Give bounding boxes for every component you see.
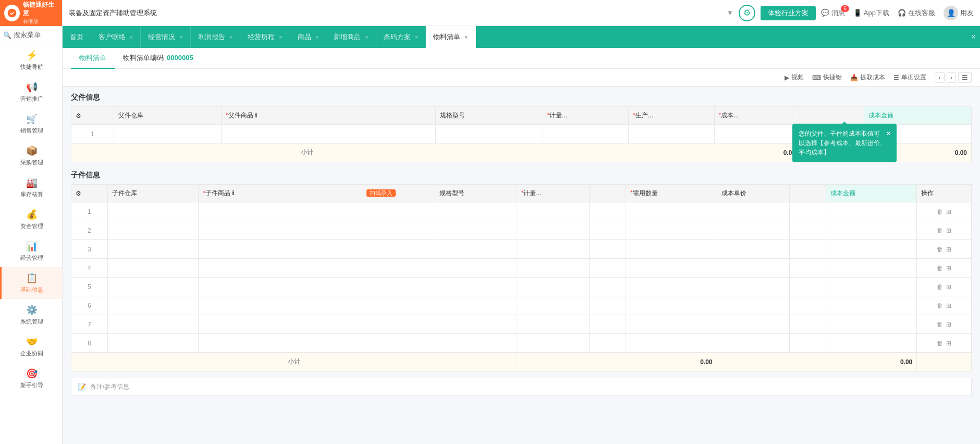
child-spec-cell[interactable] — [435, 278, 517, 296]
tooltip-close-button[interactable]: × — [887, 129, 890, 138]
child-unit-cost-cell[interactable] — [717, 315, 790, 334]
copy-icon[interactable]: ⊞ — [946, 302, 951, 309]
child-spec-cell[interactable] — [435, 315, 517, 334]
child-qty-cell[interactable] — [626, 334, 717, 353]
child-unit-cell[interactable] — [517, 202, 590, 221]
row-actions[interactable]: 🗑⊞ — [921, 227, 967, 234]
child-qty-cell[interactable] — [626, 240, 717, 259]
child-goods-cell[interactable] — [199, 202, 362, 221]
tab-operation[interactable]: 经营情况× — [141, 26, 190, 48]
child-unit-cost-cell[interactable] — [717, 202, 790, 221]
copy-icon[interactable]: ⊞ — [946, 265, 951, 272]
sidebar-item-quick-nav[interactable]: ⚡ 快捷导航 — [0, 44, 62, 76]
tab-close-icon[interactable]: × — [229, 34, 232, 40]
video-button[interactable]: ▶ 视频 — [785, 73, 804, 82]
child-unit-cell[interactable] — [517, 296, 590, 315]
tab-close-icon[interactable]: × — [179, 34, 182, 40]
parent-settings-col[interactable]: ⚙ — [71, 107, 114, 125]
row-actions[interactable]: 🗑⊞ — [921, 208, 967, 215]
child-warehouse-cell[interactable] — [107, 278, 198, 296]
row-actions[interactable]: 🗑⊞ — [921, 246, 967, 253]
child-goods-cell[interactable] — [199, 259, 362, 278]
row-actions[interactable]: 🗑⊞ — [921, 302, 967, 309]
sidebar-item-marketing[interactable]: 📢 营销推广 — [0, 76, 62, 108]
sub-tab-bom-code[interactable]: 物料清单编码 0000005 — [115, 48, 202, 69]
copy-icon[interactable]: ⊞ — [946, 227, 951, 234]
child-warehouse-cell[interactable] — [107, 221, 198, 240]
sidebar-item-finance[interactable]: 💰 资金管理 — [0, 203, 62, 235]
child-goods-cell[interactable] — [199, 221, 362, 240]
tab-close-icon[interactable]: × — [130, 34, 133, 40]
tab-close-icon[interactable]: × — [464, 34, 468, 40]
parent-spec-cell[interactable] — [436, 125, 543, 143]
row-actions[interactable]: 🗑⊞ — [921, 340, 967, 347]
child-spec-cell[interactable] — [435, 334, 517, 353]
child-qty-cell[interactable] — [626, 259, 717, 278]
tab-close-icon[interactable]: × — [365, 34, 368, 40]
message-button[interactable]: 💬 消息 6 — [821, 8, 845, 18]
child-unit-cost-cell[interactable] — [717, 334, 790, 353]
parent-goods-cell[interactable] — [221, 125, 435, 143]
child-unit-cell[interactable] — [517, 334, 590, 353]
tab-close-icon[interactable]: × — [415, 34, 418, 40]
delete-icon[interactable]: 🗑 — [937, 283, 943, 291]
child-spec-cell[interactable] — [435, 240, 517, 259]
child-qty-cell[interactable] — [626, 278, 717, 296]
search-menu[interactable]: 🔍 搜索菜单 — [0, 26, 62, 44]
copy-icon[interactable]: ⊞ — [946, 208, 951, 215]
extract-cost-button[interactable]: 📥 提取成本 — [850, 73, 885, 82]
copy-icon[interactable]: ⊞ — [946, 340, 951, 347]
delete-icon[interactable]: 🗑 — [937, 340, 943, 347]
child-spec-cell[interactable] — [435, 259, 517, 278]
tab-profit[interactable]: 利润报告× — [191, 26, 240, 48]
child-warehouse-cell[interactable] — [107, 296, 198, 315]
tab-close-icon[interactable]: × — [279, 34, 282, 40]
delete-icon[interactable]: 🗑 — [937, 208, 943, 215]
child-goods-cell[interactable] — [199, 240, 362, 259]
child-warehouse-cell[interactable] — [107, 202, 198, 221]
sidebar-item-operation[interactable]: 📊 经营管理 — [0, 235, 62, 267]
settings-button[interactable]: ⚙ — [739, 5, 755, 21]
child-warehouse-cell[interactable] — [107, 334, 198, 353]
child-spec-cell[interactable] — [435, 221, 517, 240]
delete-icon[interactable]: 🗑 — [937, 321, 943, 328]
tab-bom[interactable]: 物料清单× — [426, 26, 475, 48]
child-warehouse-cell[interactable] — [107, 259, 198, 278]
next-button[interactable]: › — [947, 72, 956, 83]
prev-button[interactable]: ‹ — [935, 72, 944, 83]
sidebar-item-enterprise[interactable]: 🤝 企业协同 — [0, 331, 62, 363]
child-unit-cell[interactable] — [517, 315, 590, 334]
sidebar-item-purchase[interactable]: 📦 采购管理 — [0, 140, 62, 172]
child-goods-cell[interactable] — [199, 296, 362, 315]
delete-icon[interactable]: 🗑 — [937, 227, 943, 234]
child-qty-cell[interactable] — [626, 315, 717, 334]
sidebar-item-basic-info[interactable]: 📋 基础信息 — [0, 267, 62, 299]
child-unit-cost-cell[interactable] — [717, 278, 790, 296]
sub-tab-bom-list[interactable]: 物料清单 — [71, 48, 115, 69]
scan-input-header[interactable]: 扫码录入 — [362, 185, 435, 202]
child-goods-cell[interactable] — [199, 278, 362, 296]
child-warehouse-cell[interactable] — [107, 240, 198, 259]
online-service-button[interactable]: 🎧 在线客服 — [898, 8, 935, 18]
user-menu[interactable]: 👤 用友 — [944, 6, 974, 20]
child-unit-cost-cell[interactable] — [717, 296, 790, 315]
child-unit-cost-cell[interactable] — [717, 221, 790, 240]
child-unit-cell[interactable] — [517, 278, 590, 296]
child-spec-cell[interactable] — [435, 202, 517, 221]
child-goods-cell[interactable] — [199, 315, 362, 334]
row-actions[interactable]: 🗑⊞ — [921, 321, 967, 328]
delete-icon[interactable]: 🗑 — [937, 302, 943, 309]
child-goods-cell[interactable] — [199, 334, 362, 353]
tab-goods[interactable]: 商品× — [290, 26, 326, 48]
tab-barcode[interactable]: 条码方案× — [376, 26, 426, 48]
sidebar-item-guide[interactable]: 🎯 新手引导 — [0, 363, 62, 394]
tab-home[interactable]: 首页 — [63, 26, 91, 48]
sidebar-item-sales[interactable]: 🛒 销售管理 — [0, 108, 62, 140]
row-actions[interactable]: 🗑⊞ — [921, 283, 967, 291]
tab-history[interactable]: 经营历程× — [240, 26, 290, 48]
tab-customer[interactable]: 客户联络× — [91, 26, 141, 48]
child-unit-cost-cell[interactable] — [717, 240, 790, 259]
parent-production-cell[interactable] — [629, 125, 714, 143]
row-actions[interactable]: 🗑⊞ — [921, 265, 967, 272]
copy-icon[interactable]: ⊞ — [946, 283, 951, 291]
